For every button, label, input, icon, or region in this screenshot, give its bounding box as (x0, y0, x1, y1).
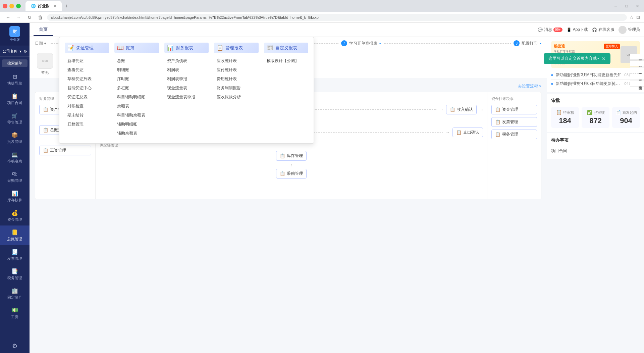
settings-icon[interactable]: ⚙ (23, 49, 27, 54)
news-item-1[interactable]: 新功能|好业财4月03日功能更新抢先知 04月03日 (551, 80, 640, 88)
dropdown-header-pz[interactable]: 📝 凭证管理 (65, 43, 109, 53)
dd-item-pz-4[interactable]: 凭证汇总表 (65, 93, 109, 102)
dd-item-zb-3[interactable]: 多栏账 (114, 84, 159, 93)
shortcut-empty-1[interactable]: Icon 暂无 (35, 53, 55, 75)
sidebar-item-shuiwu[interactable]: 📑 税务管理 (0, 264, 30, 284)
quick-btn-desktop[interactable]: 桌面快捷 (630, 81, 644, 87)
back-button[interactable]: ← (4, 13, 12, 21)
sidebar-item-zijin[interactable]: 💰 资金管理 (0, 206, 30, 225)
message-btn[interactable]: 💬 消息 99+ (538, 27, 562, 33)
sidebar-item-pifa[interactable]: 📦 批发管理 (0, 128, 30, 148)
wf-fund-mgmt[interactable]: 📋 资金管理 (491, 105, 537, 114)
wf-tax-mgmt[interactable]: 📋 税务管理 (491, 130, 537, 139)
browser-close-btn[interactable] (3, 4, 7, 8)
tooltip-close-btn[interactable]: ✕ (602, 56, 606, 61)
forward-button[interactable]: → (15, 13, 23, 21)
dd-item-pz-7[interactable]: 归档管理 (65, 120, 109, 129)
dd-item-gl-3[interactable]: 财务利润报告 (214, 84, 258, 93)
sidebar-item-zhangzhang[interactable]: 📒 总账管理 (0, 225, 30, 245)
approval-mine[interactable]: 📄 我发起的 904 (612, 107, 640, 128)
approval-pending[interactable]: 📋 待审核 184 (551, 107, 579, 128)
dd-item-gl-4[interactable]: 应收账款分析 (214, 93, 258, 102)
wf-payroll-item[interactable]: 📋 工资管理 (39, 146, 91, 155)
sidebar-search-area[interactable]: 搜索菜单 (0, 57, 30, 70)
wf-income-confirm[interactable]: 📋 收入确认 (446, 105, 477, 114)
dropdown-header-cwbb[interactable]: 📊 财务报表 (164, 43, 209, 53)
dd-item-pz-5[interactable]: 对账检查 (65, 102, 109, 111)
sidebar-item-xiangmu[interactable]: 📋 项目合同 (0, 89, 30, 109)
pending-item-0[interactable]: 项目合同 (551, 147, 640, 155)
bookmark-icon[interactable]: ☆ (630, 15, 634, 20)
user-btn[interactable]: 管理员 (619, 26, 640, 34)
dd-item-zb-6[interactable]: 科目辅助余额表 (114, 111, 159, 120)
dropdown-header-glbb[interactable]: 📋 管理报表 (214, 43, 258, 53)
app-download-btn[interactable]: 📱 App下载 (567, 27, 588, 33)
win-minimize-btn[interactable]: ─ (612, 2, 620, 10)
dd-item-cw-2[interactable]: 利润表季报 (164, 74, 209, 84)
dd-item-zb-8[interactable]: 辅助余额表 (114, 129, 159, 138)
dd-item-pz-6[interactable]: 期末结转 (65, 111, 109, 120)
dd-item-zb-1[interactable]: 明细账 (114, 65, 159, 74)
news-item-0[interactable]: 新功能|好业财3月6日功能更新抢先知 03月06日 (551, 71, 640, 80)
dd-item-gl-2[interactable]: 费用统计表 (214, 74, 258, 84)
setup-flow-link[interactable]: 去设置流程 > (518, 84, 541, 89)
dropdown-header-zb[interactable]: 📖 账簿 (114, 43, 159, 53)
sidebar-gear-button[interactable]: ⚙ (0, 339, 30, 353)
sidebar-search-box[interactable]: 搜索菜单 (2, 59, 28, 67)
tab-home[interactable]: 首页 (34, 24, 53, 36)
right-scroll-area[interactable] (547, 160, 644, 353)
approval-done[interactable]: ✅ 已审核 872 (582, 107, 609, 128)
dd-item-zb-2[interactable]: 序时账 (114, 74, 159, 84)
dd-item-pz-2[interactable]: 草稿凭证列表 (65, 74, 109, 84)
quick-btn-homepage[interactable]: 首页设置 (630, 54, 644, 60)
download-icon: 📱 (567, 28, 572, 32)
dd-item-gl-1[interactable]: 应付统计表 (214, 65, 258, 74)
quick-btn-service[interactable]: 客服热线 (630, 67, 644, 73)
sidebar-item-gongzi[interactable]: 💵 工资 (0, 303, 30, 323)
active-tab[interactable]: 🌐 好业财 ✕ (25, 1, 62, 11)
cast-icon[interactable]: ⊡ (636, 15, 640, 20)
dd-item-pz-0[interactable]: 新增凭证 (65, 56, 109, 65)
sidebar-item-kuaijie[interactable]: ⊞ 快捷导航 (0, 70, 30, 89)
dd-item-cw-3[interactable]: 现金流量表 (164, 84, 209, 93)
online-service-btn[interactable]: 🎧 在线客服 (592, 27, 614, 33)
dd-item-zb-5[interactable]: 余额表 (114, 102, 159, 111)
dd-item-zdy-0[interactable]: 模版设计【公测】 (264, 56, 308, 65)
quick-btn-help[interactable]: 帮助中心 (630, 60, 644, 66)
browser-minimize-btn[interactable] (9, 4, 14, 8)
wf-invoice-mgmt[interactable]: 📋 发票管理 (491, 117, 537, 127)
company-selector[interactable]: 公司名称 ▾ ⚙ (0, 46, 31, 57)
dd-item-cw-1[interactable]: 利润表 (164, 65, 209, 74)
quick-btn-community[interactable]: 服务社区 (630, 74, 644, 80)
wf-purchase[interactable]: 📋 采购管理 (276, 169, 307, 179)
browser-maximize-btn[interactable] (16, 4, 21, 8)
delete-button[interactable]: 🗑 (36, 13, 44, 21)
url-input[interactable]: cloud.chanjet.com/cc/u6d89qwnryel/57bfsk… (47, 14, 627, 21)
dd-item-cw-4[interactable]: 现金流量表季报 (164, 93, 209, 102)
win-close-btn[interactable]: ✕ (633, 2, 641, 10)
sidebar-item-guding[interactable]: 🏢 固定资产 (0, 284, 30, 303)
sidebar-item-lingshou[interactable]: 🛒 零售管理 (0, 109, 30, 128)
dashed-arrow-2 (306, 109, 437, 110)
sidebar-item-kucun[interactable]: 📊 库存核算 (0, 187, 30, 206)
guding-icon: 🏢 (11, 287, 18, 294)
dd-item-pz-1[interactable]: 查看凭证 (65, 65, 109, 74)
dd-item-cw-0[interactable]: 资产负债表 (164, 56, 209, 65)
refresh-button[interactable]: ↻ (25, 13, 34, 21)
join-btn[interactable]: 立即加入 (604, 44, 620, 49)
dd-item-gl-0[interactable]: 应收统计表 (214, 56, 258, 65)
win-restore-btn[interactable]: □ (623, 2, 631, 10)
dd-item-zb-0[interactable]: 总账 (114, 56, 159, 65)
dd-item-pz-3[interactable]: 智能凭证中心 (65, 84, 109, 93)
wf-expense-confirm[interactable]: 📋 支出确认 (452, 128, 483, 137)
sidebar-item-caigou[interactable]: 🛍 采购管理 (0, 167, 30, 187)
dd-item-zb-4[interactable]: 科目辅助明细账 (114, 93, 159, 102)
dropdown-col-glbb: 📋 管理报表 应收统计表 应付统计表 费用统计表 财务利润报告 应收账款分析 (214, 43, 258, 138)
tab-close-icon[interactable]: ✕ (53, 4, 56, 8)
sidebar-item-fapiao[interactable]: 🧾 发票管理 (0, 245, 30, 264)
dropdown-header-zdybb[interactable]: 📰 自定义报表 (264, 43, 308, 53)
new-tab-button[interactable]: + (62, 1, 71, 11)
dd-item-zb-7[interactable]: 辅助明细账 (114, 120, 159, 129)
wf-inventory[interactable]: 📋 库存管理 (276, 151, 307, 161)
sidebar-item-xiaochang[interactable]: 💻 小畅电商 (0, 148, 30, 167)
